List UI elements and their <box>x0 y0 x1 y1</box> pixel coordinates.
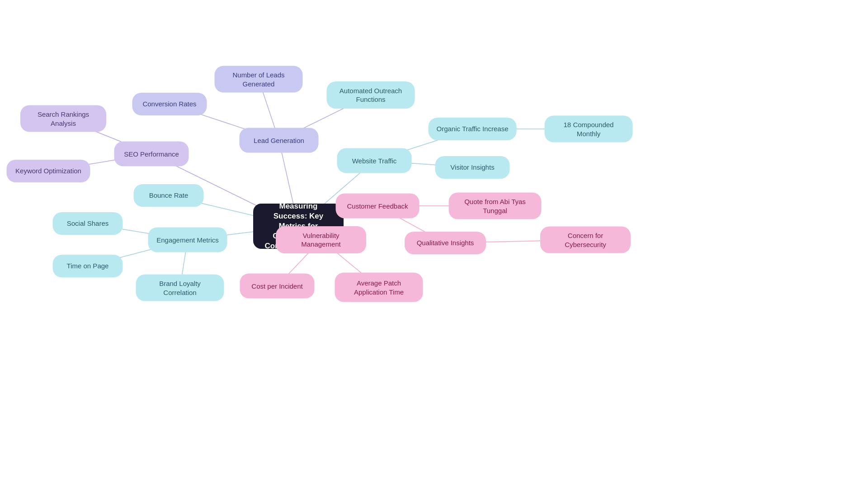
node-engagement_metrics: Engagement Metrics <box>148 228 227 252</box>
node-brand_loyalty: Brand Loyalty Correlation <box>136 275 224 301</box>
node-vulnerability_management: Vulnerability Management <box>276 226 366 253</box>
node-number_leads: Number of Leads Generated <box>215 66 303 93</box>
node-keyword_optimization: Keyword Optimization <box>7 160 90 182</box>
node-customer_feedback: Customer Feedback <box>336 194 420 219</box>
node-search_rankings: Search Rankings Analysis <box>20 105 106 132</box>
node-avg_patch: Average Patch Application Time <box>335 273 423 302</box>
node-qualitative_insights: Qualitative Insights <box>405 232 486 254</box>
node-time_on_page: Time on Page <box>53 255 123 277</box>
node-automated_outreach: Automated Outreach Functions <box>327 81 415 109</box>
node-compounded: 18 Compounded Monthly <box>545 116 633 143</box>
node-lead_generation: Lead Generation <box>240 128 319 153</box>
mind-map: Measuring Success: Key Metrics for Cyber… <box>0 0 868 490</box>
node-seo_performance: SEO Performance <box>114 142 189 167</box>
node-conversion_rates: Conversion Rates <box>132 93 207 115</box>
node-quote_abi: Quote from Abi Tyas Tunggal <box>449 193 542 219</box>
node-website_traffic: Website Traffic <box>337 148 412 173</box>
node-visitor_insights: Visitor Insights <box>435 156 510 179</box>
node-bounce_rate: Bounce Rate <box>134 184 204 207</box>
node-cost_per_incident: Cost per Incident <box>240 274 315 299</box>
node-social_shares: Social Shares <box>53 212 123 235</box>
node-organic_traffic: Organic Traffic Increase <box>429 118 517 140</box>
node-concern_cybersecurity: Concern for Cybersecurity <box>540 227 631 253</box>
